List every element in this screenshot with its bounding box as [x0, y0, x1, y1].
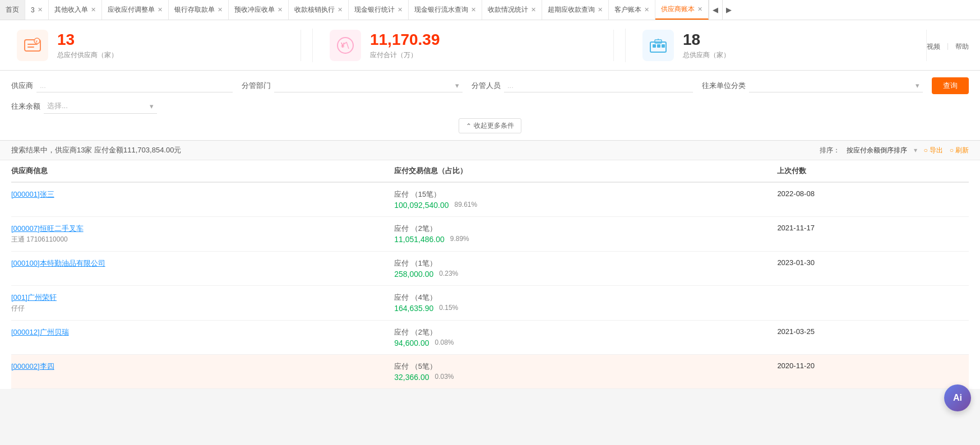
search-button[interactable]: 查询 — [932, 77, 969, 94]
collapse-button[interactable]: ⌃ 收起更多条件 — [459, 118, 521, 133]
filter-row-2: 往来余额 选择... ▾ — [11, 99, 969, 114]
video-link[interactable]: 视频 — [927, 42, 940, 52]
supplier-link-6[interactable]: [000002]李四 — [11, 362, 54, 370]
person-input[interactable] — [504, 79, 693, 92]
payable-info-2: 应付 （2笔） 11,051,486.00 9.89% — [394, 224, 777, 244]
supplier-link-2[interactable]: [000007]恒旺二手叉车 — [11, 224, 84, 233]
result-bar-right: 排序： 按应付余额倒序排序 ▾ ○ 导出 ○ 刷新 — [820, 146, 969, 155]
supplier-link-3[interactable]: [000100]本特勤油品有限公司 — [11, 259, 105, 267]
close-icon[interactable]: ✕ — [644, 6, 649, 13]
summary-card-payable-total: ¥ 11,170.39 应付合计（万） — [324, 30, 614, 61]
filter-balance: 往来余额 选择... ▾ — [11, 99, 157, 114]
payable-suppliers-label: 总应付供应商（家） — [57, 50, 118, 60]
supplier-info-4: [001]广州荣轩 仔仔 — [11, 293, 394, 313]
close-icon[interactable]: ✕ — [38, 6, 43, 13]
balance-placeholder: 选择... — [47, 101, 68, 111]
nav-tab-cash-flow-query[interactable]: 现金银行流水查询 ✕ — [409, 0, 482, 20]
category-dropdown-icon: ▾ — [916, 81, 919, 90]
help-link[interactable]: 帮助 — [955, 42, 969, 52]
close-icon[interactable]: ✕ — [397, 6, 403, 13]
nav-tab-prepayment[interactable]: 预收冲应收单 ✕ — [229, 0, 289, 20]
nav-tab-collection-stats[interactable]: 收款情况统计 ✕ — [482, 0, 542, 20]
nav-tab-cash-bank-stats[interactable]: 现金银行统计 ✕ — [349, 0, 409, 20]
close-icon[interactable]: ✕ — [471, 6, 476, 13]
divider1 — [312, 29, 313, 62]
sort-dropdown-icon[interactable]: ▾ — [914, 146, 917, 154]
close-icon[interactable]: ✕ — [338, 6, 343, 13]
category-select-wrapper[interactable]: ▾ — [749, 79, 923, 92]
close-icon[interactable]: ✕ — [158, 6, 163, 13]
payable-label-1: 应付 （15笔） — [394, 189, 777, 200]
nav-tab-supplier-ledger[interactable]: 供应商账本 ✕ — [655, 0, 709, 20]
person-label: 分管人员 — [471, 81, 501, 91]
payable-info-3: 应付 （1笔） 258,000.00 0.23% — [394, 258, 777, 279]
close-icon[interactable]: ✕ — [598, 6, 603, 13]
close-icon[interactable]: ✕ — [531, 6, 536, 13]
table-area: 供应商信息 应付交易信息（占比） 上次付数 [000001]张三 应付 （15笔… — [0, 160, 980, 389]
close-icon[interactable]: ✕ — [697, 6, 702, 13]
nav-prev-arrow[interactable]: ◀ — [709, 0, 722, 20]
supplier-link-1[interactable]: [000001]张三 — [11, 190, 54, 198]
nav-tab-bank-deposit[interactable]: 银行存取款单 ✕ — [169, 0, 229, 20]
nav-tab-3[interactable]: 3 ✕ — [25, 0, 49, 20]
payable-amount-4: 164,635.90 — [394, 304, 433, 313]
supplier-info-5: [000012]广州贝瑞 — [11, 327, 394, 337]
svg-rect-7 — [657, 44, 660, 48]
table-row: [000002]李四 应付 （5笔） 32,366.00 0.03% 2020-… — [11, 355, 969, 389]
summary-actions: 视频 | 帮助 — [927, 39, 969, 52]
table-row: [001]广州荣轩 仔仔 应付 （4笔） 164,635.90 0.15% — [11, 286, 969, 321]
close-icon[interactable]: ✕ — [91, 6, 96, 13]
last-payment-3: 2023-01-30 — [777, 258, 969, 267]
supplier-label: 供应商 — [11, 81, 33, 91]
payable-label-4: 应付 （4笔） — [394, 293, 777, 303]
top-navigation: 首页 3 ✕ 其他收入单 ✕ 应收应付调整单 ✕ 银行存取款单 ✕ 预收冲应收单… — [0, 0, 980, 20]
supplier-sub-4: 仔仔 — [11, 304, 394, 313]
filter-row-1: 供应商 分管部门 ▾ 分管人员 往来单位分类 ▾ 查询 — [11, 77, 969, 94]
payable-amount-row-1: 100,092,540.00 89.61% — [394, 200, 777, 210]
table-row: [000007]恒旺二手叉车 王通 17106110000 应付 （2笔） 11… — [11, 217, 969, 252]
total-suppliers-number: 18 — [683, 30, 730, 49]
payable-amount-3: 258,000.00 — [394, 270, 433, 279]
payable-suppliers-icon: ¥ — [17, 30, 48, 61]
svg-rect-8 — [662, 44, 665, 48]
refresh-button[interactable]: ○ 刷新 — [950, 146, 969, 155]
supplier-link-5[interactable]: [000012]广州贝瑞 — [11, 328, 69, 336]
table-body: [000001]张三 应付 （15笔） 100,092,540.00 89.61… — [11, 183, 969, 389]
supplier-link-4[interactable]: [001]广州荣轩 — [11, 293, 57, 302]
col-header-last-payment: 上次付数 — [777, 166, 969, 176]
nav-tab-other-income[interactable]: 其他收入单 ✕ — [49, 0, 102, 20]
supplier-input[interactable] — [36, 79, 233, 92]
summary-card3-content: 18 总供应商（家） — [683, 30, 730, 60]
payable-amount-5: 94,600.00 — [394, 339, 429, 347]
close-icon[interactable]: ✕ — [278, 6, 283, 13]
nav-tab-home[interactable]: 首页 — [0, 0, 25, 20]
last-payment-2: 2021-11-17 — [777, 224, 969, 232]
payable-total-number: 11,170.39 — [370, 30, 440, 49]
nav-tab-overdue-ar[interactable]: 超期应收款查询 ✕ — [542, 0, 609, 20]
filter-supplier: 供应商 — [11, 79, 233, 92]
divider2 — [625, 29, 626, 62]
table-row: [000100]本特勤油品有限公司 应付 （1笔） 258,000.00 0.2… — [11, 252, 969, 286]
nav-tab-collection[interactable]: 收款核销执行 ✕ — [289, 0, 349, 20]
nav-tab-ar-ap-adjust[interactable]: 应收应付调整单 ✕ — [102, 0, 169, 20]
collapse-label: 收起更多条件 — [474, 121, 514, 131]
summary-card-total-suppliers: 18 总供应商（家） — [637, 30, 927, 61]
payable-total-icon: ¥ — [330, 30, 361, 61]
refresh-icon: ○ — [950, 146, 954, 154]
payable-info-4: 应付 （4笔） 164,635.90 0.15% — [394, 293, 777, 313]
payable-label-2: 应付 （2笔） — [394, 224, 777, 234]
export-button[interactable]: ○ 导出 — [924, 146, 943, 155]
nav-tab-customer-ledger[interactable]: 客户账本 ✕ — [609, 0, 655, 20]
col-header-supplier: 供应商信息 — [11, 166, 394, 176]
collapse-area: ⌃ 收起更多条件 — [11, 118, 969, 133]
nav-next-arrow[interactable]: ▶ — [722, 0, 736, 20]
last-payment-6: 2020-11-20 — [777, 361, 969, 370]
payable-amount-1: 100,092,540.00 — [394, 201, 449, 210]
svg-point-3 — [338, 38, 353, 53]
result-bar: 搜索结果中，供应商13家 应付金额111,703,854.00元 排序： 按应付… — [0, 141, 980, 160]
close-icon[interactable]: ✕ — [218, 6, 223, 13]
sort-value[interactable]: 按应付余额倒序排序 — [847, 146, 907, 155]
dept-select-wrapper[interactable]: ▾ — [274, 79, 463, 92]
supplier-sub-2: 王通 17106110000 — [11, 235, 394, 244]
balance-select-wrapper[interactable]: 选择... ▾ — [44, 99, 157, 114]
